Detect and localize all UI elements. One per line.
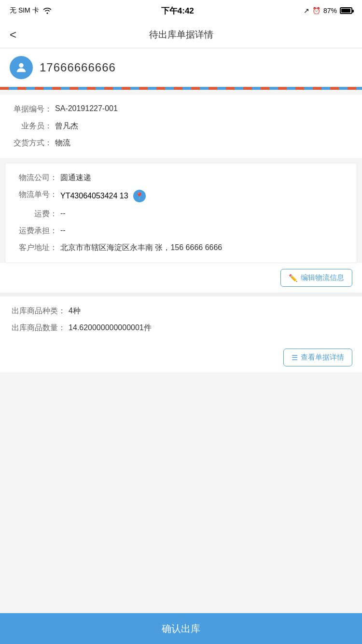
back-button[interactable]: < xyxy=(6,24,20,45)
freight-row: 运费： -- xyxy=(17,209,345,219)
sales-person-row: 业务员： 曾凡杰 xyxy=(12,121,350,131)
address-row: 客户地址： 北京市市辖区海淀区永丰南 张，156 6666 6666 xyxy=(17,243,345,253)
avatar xyxy=(10,56,33,79)
tracking-number-label: 物流单号： xyxy=(17,190,60,200)
sales-person-value: 曾凡杰 xyxy=(55,121,350,131)
logistics-section: 物流公司： 圆通速递 物流单号： YT43064053424 13 📍 运费： … xyxy=(5,163,357,263)
page-title: 待出库单据详情 xyxy=(149,28,213,41)
freight-value: -- xyxy=(60,209,345,218)
freight-bearer-value: -- xyxy=(60,226,345,235)
customer-phone: 17666666666 xyxy=(40,61,116,74)
tracking-number-value: YT43064053424 13 xyxy=(60,192,128,200)
location-status-icon: ↗ xyxy=(304,7,309,14)
product-summary-section: 出库商品种类： 4种 出库商品数量： 14.620000000000001件 xyxy=(0,296,362,343)
freight-label: 运费： xyxy=(17,209,60,219)
product-quantity-row: 出库商品数量： 14.620000000000001件 xyxy=(12,323,350,333)
doc-number-value: SA-20191227-001 xyxy=(55,104,350,113)
delivery-method-row: 交货方式： 物流 xyxy=(12,138,350,148)
empty-space xyxy=(0,372,362,469)
product-category-value: 4种 xyxy=(69,306,350,316)
order-info-section: 单据编号： SA-20191227-001 业务员： 曾凡杰 交货方式： 物流 xyxy=(0,95,362,158)
product-quantity-value: 14.620000000000001件 xyxy=(69,323,350,333)
battery-percentage: 87% xyxy=(323,7,337,14)
view-details-label: 查看单据详情 xyxy=(301,353,344,362)
battery-icon xyxy=(340,7,352,14)
doc-number-label: 单据编号： xyxy=(12,104,55,114)
status-bar: 无 SIM 卡 下午4:42 ↗ ⏰ 87% xyxy=(0,0,362,21)
status-carrier: 无 SIM 卡 xyxy=(10,6,52,15)
product-quantity-label: 出库商品数量： xyxy=(12,323,69,333)
nav-bar: < 待出库单据详情 xyxy=(0,21,362,48)
section-divider xyxy=(0,293,362,296)
edit-logistics-container: ✏️ 编辑物流信息 xyxy=(0,263,362,293)
confirm-button-label: 确认出库 xyxy=(162,622,200,635)
tracking-value-container: YT43064053424 13 📍 xyxy=(60,190,146,202)
user-icon xyxy=(14,61,28,74)
doc-number-row: 单据编号： SA-20191227-001 xyxy=(12,104,350,114)
edit-icon: ✏️ xyxy=(289,274,298,282)
sales-person-label: 业务员： xyxy=(12,121,55,131)
delivery-method-value: 物流 xyxy=(55,138,350,148)
tracking-number-row: 物流单号： YT43064053424 13 📍 xyxy=(17,190,345,202)
map-pin-icon: 📍 xyxy=(135,192,143,200)
confirm-button[interactable]: 确认出库 xyxy=(0,613,362,644)
track-location-button[interactable]: 📍 xyxy=(133,190,146,202)
address-value: 北京市市辖区海淀区永丰南 张，156 6666 6666 xyxy=(60,243,345,253)
view-details-container: ☰ 查看单据详情 xyxy=(0,343,362,372)
dashed-separator xyxy=(0,87,362,90)
logistics-company-label: 物流公司： xyxy=(17,173,60,183)
delivery-method-label: 交货方式： xyxy=(12,138,55,148)
product-category-row: 出库商品种类： 4种 xyxy=(12,306,350,316)
freight-bearer-row: 运费承担： -- xyxy=(17,226,345,236)
logistics-company-row: 物流公司： 圆通速递 xyxy=(17,173,345,183)
view-details-button[interactable]: ☰ 查看单据详情 xyxy=(283,349,352,366)
status-time: 下午4:42 xyxy=(161,5,194,16)
edit-logistics-button[interactable]: ✏️ 编辑物流信息 xyxy=(280,269,352,287)
wifi-icon xyxy=(43,7,52,14)
status-right: ↗ ⏰ 87% xyxy=(304,7,352,14)
logistics-company-value: 圆通速递 xyxy=(60,173,345,183)
svg-point-0 xyxy=(19,63,23,68)
product-category-label: 出库商品种类： xyxy=(12,306,69,316)
freight-bearer-label: 运费承担： xyxy=(17,226,60,236)
list-icon: ☰ xyxy=(292,353,298,362)
edit-logistics-label: 编辑物流信息 xyxy=(301,273,344,282)
customer-header: 17666666666 xyxy=(0,48,362,87)
alarm-icon: ⏰ xyxy=(312,7,320,14)
address-label: 客户地址： xyxy=(17,243,60,253)
